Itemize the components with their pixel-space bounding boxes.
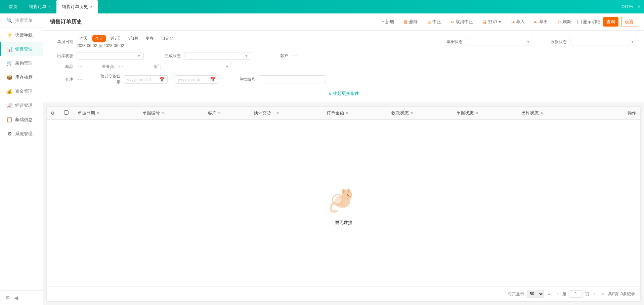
export-button[interactable]: ⇤ 导出 xyxy=(531,17,551,27)
delivery-date-start[interactable]: yyyy-mm-dd 📅 xyxy=(124,75,168,84)
top-close-icon[interactable]: × xyxy=(638,4,641,10)
sidebar-bottom: ⚙ ◀ xyxy=(0,290,43,305)
sidebar-settings-icon[interactable]: ⚙ xyxy=(5,295,10,301)
delivery-date-end-placeholder: yyyy-mm-dd xyxy=(178,77,202,82)
th-amount: 订单金额 ⇅ xyxy=(323,107,387,120)
inventory-calc-icon: 📦 xyxy=(6,74,12,80)
shortcut-custom[interactable]: 自定义 xyxy=(158,35,176,42)
sort-number-icon[interactable]: ⇅ xyxy=(162,111,165,115)
sidebar-collapse-icon[interactable]: ◀ xyxy=(14,295,18,301)
th-date: 单据日期 ⇅ xyxy=(74,107,138,120)
tab-sales-order[interactable]: 销售订单 × xyxy=(24,0,56,13)
print-icon: 🖨 xyxy=(482,20,487,25)
customer-select-btn[interactable]: ··· xyxy=(292,53,299,59)
delivery-date-end[interactable]: yyyy-mm-dd 📅 xyxy=(175,75,218,84)
tab-home[interactable]: 首页 xyxy=(3,0,23,13)
finish-status-select[interactable]: ▼ xyxy=(184,52,251,60)
date-range-display: 2023-06-02 至 2023-06-02 xyxy=(77,43,429,49)
salesman-select-btn[interactable]: ··· xyxy=(117,64,124,70)
tab-sales-order-history-close[interactable]: × xyxy=(90,5,92,9)
sort-delivery-icon[interactable]: ⇅ xyxy=(276,111,279,115)
content: 销售订单历史 + + 新增 🗑 删除 ⊘ 中止 ↩ 取消中止 xyxy=(43,13,644,305)
sort-date-icon[interactable]: ⇅ xyxy=(97,111,99,115)
column-settings-icon[interactable]: ⚙ xyxy=(51,111,55,116)
stop-button[interactable]: ⊘ 中止 xyxy=(424,17,444,27)
collapse-more-btn[interactable]: ∧ 收起更多条件 xyxy=(50,88,637,99)
sidebar-item-operations-mgmt[interactable]: 📈 经营管理 xyxy=(0,99,43,113)
often-text: OfTEn xyxy=(621,4,635,9)
empty-text: 暂无数据 xyxy=(335,220,352,226)
cancel-stop-button[interactable]: ↩ 取消中止 xyxy=(447,17,476,27)
th-out-status: 出库状态 ⇅ xyxy=(517,107,582,120)
sidebar-item-quick-nav[interactable]: ⚡ 快捷导航 xyxy=(0,28,43,42)
order-number-filter-label: 单据编号 xyxy=(232,77,259,82)
delete-button[interactable]: 🗑 删除 xyxy=(400,17,421,27)
search-button[interactable]: 查询 xyxy=(603,17,618,27)
out-stock-select[interactable]: ▼ xyxy=(77,52,144,60)
delete-icon: 🗑 xyxy=(403,20,408,25)
th-date-label: 单据日期 xyxy=(78,110,95,115)
pagination: 每页显示 10 20 50 100 « ‹ 第 页 › » 共0页, 0条记录 xyxy=(47,286,640,301)
sidebar-item-quick-nav-label: 快捷导航 xyxy=(15,32,33,38)
order-number-input[interactable] xyxy=(259,75,326,83)
sidebar-item-inventory-calc[interactable]: 📦 库存核算 xyxy=(0,70,43,84)
shortcut-more[interactable]: 更多 xyxy=(143,35,157,42)
search-button-label: 查询 xyxy=(606,19,615,25)
empty-illustration xyxy=(327,181,360,214)
table-header-row: ⚙ 单据日期 ⇅ 单据编号 ⇅ xyxy=(47,107,640,120)
sidebar-item-basic-info[interactable]: 📋 基础信息 xyxy=(0,113,43,127)
sort-amount-icon[interactable]: ⇅ xyxy=(346,111,348,115)
tab-sales-order-label: 销售订单 xyxy=(29,4,46,10)
delivery-date-filter-label: 预计交货日期 xyxy=(97,74,124,85)
shortcut-last1m[interactable]: 近1月 xyxy=(125,35,142,42)
shortcut-last7[interactable]: 近7天 xyxy=(108,35,124,42)
top-bar-right: OfTEn × xyxy=(621,4,641,10)
filter-row-date: 单据日期 昨天 今天 近7天 近1月 更多 自定义 2023-06-02 至 2… xyxy=(50,35,637,49)
shortcut-today[interactable]: 今天 xyxy=(92,35,106,42)
shortcut-yesterday[interactable]: 昨天 xyxy=(77,35,91,42)
sidebar-search[interactable]: 🔍 搜索菜单 xyxy=(0,13,43,28)
new-button[interactable]: + + 新增 xyxy=(374,17,397,27)
tab-sales-order-close[interactable]: × xyxy=(48,5,50,9)
page-unit-label: 页 xyxy=(585,291,589,297)
total-label: 共0页, 0条记录 xyxy=(608,291,635,297)
out-stock-filter-label: 出库状态 xyxy=(50,53,77,59)
import-button[interactable]: ⇥ 导入 xyxy=(508,17,528,27)
refresh-button[interactable]: ↻ 刷新 xyxy=(554,17,574,27)
display-detail-checkbox[interactable] xyxy=(577,20,582,24)
goods-select-btn[interactable]: ··· xyxy=(77,64,84,70)
first-page-button[interactable]: « xyxy=(547,291,552,298)
prev-page-button[interactable]: ‹ xyxy=(555,291,560,298)
sidebar-item-purchase-mgmt[interactable]: 🛒 采购管理 xyxy=(0,56,43,70)
customer-filter-label: 客户 xyxy=(265,53,292,59)
pay-status-chevron: ▼ xyxy=(631,40,634,44)
page-size-select[interactable]: 10 20 50 100 xyxy=(527,290,544,298)
print-label: 打印 xyxy=(488,19,497,25)
print-button[interactable]: 🖨 打印 ▼ xyxy=(479,17,505,27)
tab-home-label: 首页 xyxy=(9,4,17,10)
settings-button[interactable]: 设置 xyxy=(621,17,637,27)
sidebar-item-capital-mgmt[interactable]: 💰 资金管理 xyxy=(0,84,43,99)
sort-out-status-icon[interactable]: ⇅ xyxy=(541,111,543,115)
sidebar-item-system-mgmt[interactable]: ⚙ 系统管理 xyxy=(0,127,43,141)
department-select[interactable]: ▼ xyxy=(165,63,232,70)
table-area: ⚙ 单据日期 ⇅ 单据编号 ⇅ xyxy=(46,106,641,302)
order-status-chevron: ▼ xyxy=(526,40,530,44)
next-page-button[interactable]: › xyxy=(592,291,597,298)
warehouse-select-btn[interactable]: ··· xyxy=(77,76,84,82)
th-order-status: 单据状态 ⇅ xyxy=(452,107,517,120)
sidebar-item-sales-mgmt[interactable]: 📊 销售管理 xyxy=(0,42,43,56)
sort-customer-icon[interactable]: ⇅ xyxy=(218,111,221,115)
order-status-select[interactable]: ▼ xyxy=(466,38,533,45)
last-page-button[interactable]: » xyxy=(600,291,605,298)
cancel-stop-icon: ↩ xyxy=(450,20,454,25)
import-label: 导入 xyxy=(516,19,525,25)
sort-pay-status-icon[interactable]: ⇅ xyxy=(411,111,413,115)
tab-sales-order-history[interactable]: 销售订单历史 × xyxy=(56,0,97,13)
sort-order-status-icon[interactable]: ⇅ xyxy=(476,111,478,115)
select-all-checkbox[interactable] xyxy=(64,110,69,115)
pay-status-select[interactable]: ▼ xyxy=(570,38,637,45)
delete-label: 删除 xyxy=(409,19,418,25)
stop-label: 中止 xyxy=(432,19,441,25)
page-number-input[interactable] xyxy=(569,290,583,298)
